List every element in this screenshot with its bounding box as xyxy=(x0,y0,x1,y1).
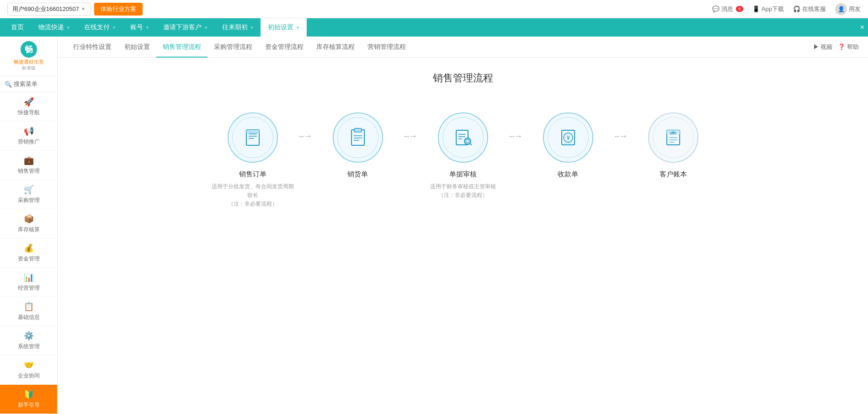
nav-tabs: 首页 物流快递 × 在线支付 × 账号 × 邀请下游客户 × 往来期初 × 初始… xyxy=(0,18,868,37)
sales-order-icon xyxy=(243,127,263,148)
sidebar-item-sales-label: 销售管理 xyxy=(18,167,40,175)
sub-tab-sales-flow[interactable]: 销售管理流程 xyxy=(156,37,208,58)
app-icon: 📱 xyxy=(752,5,760,12)
flow-circle-delivery[interactable] xyxy=(333,112,383,163)
help-label: 帮助 xyxy=(847,43,859,50)
tab-period-label: 往来期初 xyxy=(222,23,248,32)
sidebar-item-system[interactable]: ⚙️ 系统管理 xyxy=(0,326,57,356)
tab-account-close[interactable]: × xyxy=(146,25,149,30)
sidebar-item-inventory-label: 库存核算 xyxy=(18,226,40,234)
logo-icon: 畅 xyxy=(21,41,37,58)
tab-logistics-label: 物流快递 xyxy=(38,23,64,32)
tab-payment[interactable]: 在线支付 × xyxy=(77,18,122,37)
sub-tab-finance-flow[interactable]: 资金管理流程 xyxy=(259,37,310,58)
tab-account-label: 账号 xyxy=(130,23,143,32)
logo-text: 畅捷通好生意 xyxy=(14,58,44,65)
sidebar-item-quick-nav-label: 快捷导航 xyxy=(18,109,40,117)
tab-logistics[interactable]: 物流快递 × xyxy=(31,18,77,37)
flow-item-review: 单据审核 适用于财务审核或主管审核（注：非必要流程） xyxy=(422,112,504,200)
flow-circle-sales-order[interactable] xyxy=(228,112,278,163)
header-right: 💬 消息 6 📱 App下载 🎧 在线客服 👤 用友 xyxy=(712,3,861,15)
circle-inner-delivery xyxy=(337,117,378,158)
flow-circle-review[interactable] xyxy=(438,112,488,163)
sub-tab-sales-flow-label: 销售管理流程 xyxy=(163,43,201,51)
tab-invite-label: 邀请下游客户 xyxy=(163,23,202,32)
tab-initial-setup[interactable]: 初始设置 × xyxy=(261,18,306,37)
sub-tab-purchase-flow[interactable]: 采购管理流程 xyxy=(208,37,259,58)
money-icon: 💰 xyxy=(24,243,34,253)
sidebar-item-cooperation[interactable]: 🤝 企业协同 xyxy=(0,356,57,385)
message-badge: 6 xyxy=(736,6,743,12)
sidebar-item-sales[interactable]: 💼 销售管理 xyxy=(0,151,57,180)
flow-label-delivery: 销货单 xyxy=(347,170,368,179)
sidebar-item-basic-info-label: 基础信息 xyxy=(18,313,40,321)
content-area: 行业特性设置 初始设置 销售管理流程 采购管理流程 资金管理流程 库存核算流程 … xyxy=(58,37,868,414)
sidebar-item-quick-nav[interactable]: 🚀 快捷导航 xyxy=(0,92,57,122)
sidebar-item-finance[interactable]: 💰 资金管理 xyxy=(0,239,57,268)
user-label: 用户690企业1660120507 xyxy=(12,5,79,13)
flow-arrow-4: ···→ xyxy=(609,112,632,141)
circle-inner-receipt: ¥ ¥ xyxy=(548,117,589,158)
tab-initial-close[interactable]: × xyxy=(296,25,299,30)
sub-tab-industry-label: 行业特性设置 xyxy=(73,43,112,51)
sidebar-item-guide[interactable]: 🔰 新手引导 xyxy=(0,385,57,414)
customer-service-item[interactable]: 🎧 在线客服 xyxy=(793,5,826,13)
sidebar-item-marketing[interactable]: 📢 营销推广 xyxy=(0,122,57,151)
sidebar-item-basic-info[interactable]: 📋 基础信息 xyxy=(0,297,57,326)
help-link[interactable]: ❓ 帮助 xyxy=(838,43,859,51)
sidebar-item-operations-label: 经营管理 xyxy=(18,284,40,292)
flow-diagram: 销售订单 适用于分批发货、有合同发货周期较长（注：非必要流程） ···→ xyxy=(76,112,850,209)
sidebar-item-finance-label: 资金管理 xyxy=(18,255,40,263)
sidebar-item-guide-label: 新手引导 xyxy=(18,401,40,409)
tab-period[interactable]: 往来期初 × xyxy=(215,18,261,37)
flow-circle-receipt[interactable]: ¥ ¥ xyxy=(543,112,593,163)
sidebar-search[interactable]: 🔍 搜索菜单 xyxy=(0,76,57,92)
tab-home[interactable]: 首页 xyxy=(4,18,31,37)
flow-arrow-3: ···→ xyxy=(504,112,527,141)
tab-invite[interactable]: 邀请下游客户 × xyxy=(156,18,214,37)
sidebar-item-operations[interactable]: 📊 经营管理 xyxy=(0,268,57,297)
user-selector[interactable]: 用户690企业1660120507 ▼ xyxy=(7,3,91,16)
flow-label-ledger: 客户账本 xyxy=(660,170,687,179)
tab-invite-close[interactable]: × xyxy=(204,25,207,30)
tab-account[interactable]: 账号 × xyxy=(123,18,156,37)
flow-item-sales-order: 销售订单 适用于分批发货、有合同发货周期较长（注：非必要流程） xyxy=(212,112,294,209)
logo-edition: 标准版 xyxy=(22,65,36,71)
sub-tab-marketing-flow-label: 营销管理流程 xyxy=(367,43,406,51)
sub-tab-initial[interactable]: 初始设置 xyxy=(118,37,156,58)
app-download-item[interactable]: 📱 App下载 xyxy=(752,5,784,13)
circle-inner xyxy=(232,117,273,158)
sidebar-item-purchase[interactable]: 🛒 采购管理 xyxy=(0,180,57,209)
sidebar-item-purchase-label: 采购管理 xyxy=(18,196,40,204)
handshake-icon: 🤝 xyxy=(24,360,34,370)
cart-icon: 🛒 xyxy=(24,185,34,195)
sub-tabs-actions: ▶ 视频 ❓ 帮助 xyxy=(813,43,859,51)
delivery-icon xyxy=(348,127,368,148)
sidebar-item-inventory[interactable]: 📦 库存核算 xyxy=(0,209,57,239)
trial-button[interactable]: 体验行业方案 xyxy=(94,3,143,16)
user-menu-item[interactable]: 👤 用友 xyxy=(835,3,861,15)
search-label: 搜索菜单 xyxy=(14,80,37,88)
message-item[interactable]: 💬 消息 6 xyxy=(712,5,743,13)
tab-logistics-close[interactable]: × xyxy=(67,25,69,30)
video-link[interactable]: ▶ 视频 xyxy=(813,43,833,51)
sub-tab-inventory-flow[interactable]: 库存核算流程 xyxy=(310,37,361,58)
chevron-down-icon: ▼ xyxy=(81,6,85,11)
tab-period-close[interactable]: × xyxy=(250,25,253,30)
question-icon: ❓ xyxy=(838,43,845,50)
tab-payment-label: 在线支付 xyxy=(84,23,110,32)
tab-payment-close[interactable]: × xyxy=(112,25,115,30)
flow-circle-ledger[interactable]: 账本 ¥ xyxy=(648,112,698,163)
receipt-icon: ¥ ¥ xyxy=(558,127,578,148)
sidebar: 畅 畅捷通好生意 标准版 🔍 搜索菜单 🚀 快捷导航 📢 营销推广 💼 销售管理… xyxy=(0,37,58,414)
tab-initial-label: 初始设置 xyxy=(268,23,293,32)
main-layout: 畅 畅捷通好生意 标准版 🔍 搜索菜单 🚀 快捷导航 📢 营销推广 💼 销售管理… xyxy=(0,37,868,414)
sub-tab-marketing-flow[interactable]: 营销管理流程 xyxy=(361,37,412,58)
search-icon: 🔍 xyxy=(5,81,12,88)
svg-rect-6 xyxy=(354,128,362,132)
sidebar-logo: 畅 畅捷通好生意 标准版 xyxy=(0,37,57,76)
box-icon: 📦 xyxy=(24,214,34,224)
flow-item-receipt: ¥ ¥ 收款单 xyxy=(527,112,609,182)
close-all-tabs-icon[interactable]: × xyxy=(860,23,864,32)
sub-tab-industry[interactable]: 行业特性设置 xyxy=(67,37,118,58)
